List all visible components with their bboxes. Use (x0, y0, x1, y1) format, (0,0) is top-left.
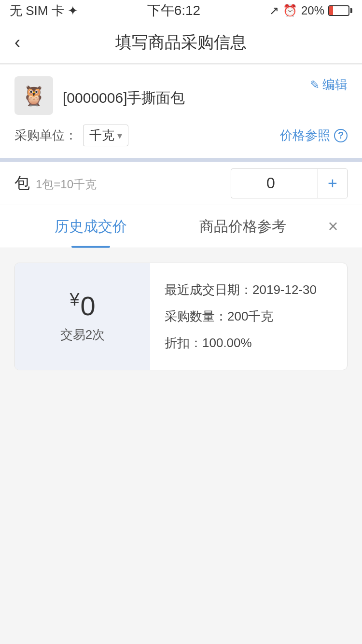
product-name: [0000006]手撕面包 (63, 84, 185, 108)
edit-icon: ✎ (310, 78, 320, 92)
progress-bar (0, 158, 362, 162)
tab-product-price-ref[interactable]: 商品价格参考 (167, 205, 319, 248)
nav-bar: ‹ 填写商品采购信息 (0, 21, 362, 64)
page-title: 填写商品采购信息 (115, 31, 247, 54)
qty-sub-label: 1包=10千克 (36, 177, 97, 192)
alarm-icon: ⏰ (283, 4, 297, 17)
purchase-qty-row: 采购数量：200千克 (165, 307, 333, 326)
qty-unit-label: 包 (14, 173, 30, 194)
tabs-section: 历史成交价 商品价格参考 × (0, 205, 362, 248)
battery-percent: 20% (301, 4, 324, 17)
tab-active-indicator (71, 246, 110, 248)
status-time: 下午6:12 (147, 1, 201, 20)
battery-icon (328, 5, 352, 16)
help-circle-icon: ? (334, 129, 348, 142)
discount-value: 100.00% (202, 336, 252, 350)
price-value: 0 (80, 291, 95, 321)
price-reference-button[interactable]: 价格参照 ? (280, 127, 348, 144)
product-left: 🦉 [0000006]手撕面包 (14, 76, 185, 115)
product-unit-row: 采购单位： 千克 ▾ 价格参照 ? (14, 125, 348, 146)
dropdown-arrow-icon: ▾ (117, 130, 122, 141)
price-card: ¥0 交易2次 最近成交日期：2019-12-30 采购数量：200千克 折扣：… (14, 263, 348, 370)
card-trades: 交易2次 (60, 326, 105, 343)
tabs-header: 历史成交价 商品价格参考 × (0, 205, 362, 248)
card-price: ¥0 (70, 290, 95, 322)
edit-label: 编辑 (322, 76, 348, 93)
edit-button[interactable]: ✎ 编辑 (310, 76, 348, 93)
location-icon: ↗ (269, 4, 279, 17)
unit-value: 千克 (89, 127, 114, 144)
qty-input-group: + (231, 168, 348, 198)
card-left: ¥0 交易2次 (15, 263, 150, 370)
qty-input[interactable] (231, 169, 318, 198)
unit-label: 采购单位： (14, 127, 77, 144)
unit-left: 采购单位： 千克 ▾ (14, 125, 128, 146)
price-ref-label: 价格参照 (280, 127, 330, 144)
discount-label: 折扣： (165, 336, 202, 350)
bottom-space (0, 385, 362, 578)
status-bar: 无 SIM 卡 ✦ 下午6:12 ↗ ⏰ 20% (0, 0, 362, 21)
product-section: 🦉 [0000006]手撕面包 ✎ 编辑 采购单位： 千克 ▾ 价格参照 ? (0, 65, 362, 158)
card-right: 最近成交日期：2019-12-30 采购数量：200千克 折扣：100.00% (150, 263, 347, 370)
recent-date-value: 2019-12-30 (252, 282, 317, 297)
discount-row: 折扣：100.00% (165, 334, 333, 352)
tab-history-price-label: 历史成交价 (55, 217, 127, 237)
purchase-qty-label: 采购数量： (165, 309, 227, 323)
status-right: ↗ ⏰ 20% (269, 4, 352, 17)
product-logo-icon: 🦉 (22, 84, 46, 107)
qty-label-group: 包 1包=10千克 (14, 173, 97, 194)
purchase-qty-value: 200千克 (227, 309, 273, 323)
quantity-section: 包 1包=10千克 + (0, 162, 362, 205)
product-thumbnail: 🦉 (14, 76, 53, 115)
recent-date-label: 最近成交日期： (165, 282, 252, 297)
recent-date-row: 最近成交日期：2019-12-30 (165, 280, 333, 299)
back-button[interactable]: ‹ (10, 28, 25, 57)
currency-symbol: ¥ (70, 290, 79, 309)
status-left: 无 SIM 卡 ✦ (10, 2, 78, 19)
unit-select-dropdown[interactable]: 千克 ▾ (83, 125, 128, 146)
tab-close-button[interactable]: × (319, 205, 348, 248)
tab-history-price[interactable]: 历史成交价 (14, 205, 167, 248)
tab-product-price-ref-label: 商品价格参考 (199, 217, 286, 237)
card-section: ¥0 交易2次 最近成交日期：2019-12-30 采购数量：200千克 折扣：… (0, 248, 362, 385)
qty-plus-button[interactable]: + (318, 169, 347, 198)
